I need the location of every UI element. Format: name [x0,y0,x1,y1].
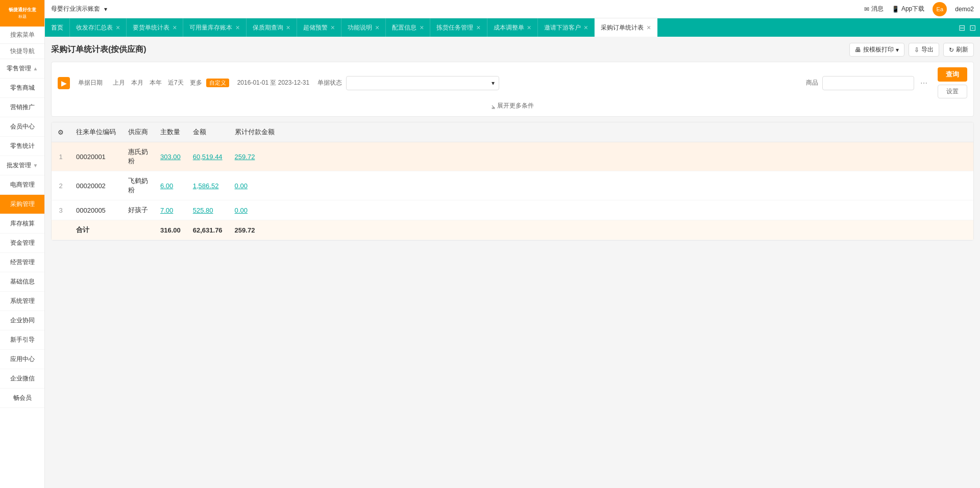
sidebar-item-purchase[interactable]: 采购管理 [0,195,44,214]
cell-paid[interactable]: 0.00 [229,171,281,200]
cell-paid[interactable]: 259.72 [229,142,281,171]
sidebar-item-label: 零售商城 [10,84,35,92]
tabbar-actions: ⊟ ⊡ [954,18,980,37]
query-button[interactable]: 查询 [938,67,967,82]
shortcut-more[interactable]: 更多 [188,78,204,88]
sidebar-item-wechat[interactable]: 企业微信 [0,369,44,389]
sidebar-quicknav[interactable]: 快捷导航 [0,44,44,59]
sidebar-item-retail-mall[interactable]: 零售商城 [0,79,44,98]
col-amount: 金额 [187,122,229,142]
sidebar-item-member[interactable]: 会员中心 [0,117,44,137]
goods-input[interactable] [822,76,914,90]
cell-extra [281,171,973,200]
footer-paid: 259.72 [229,220,281,240]
custom-date-badge[interactable]: 自定义 [206,79,229,87]
cell-amount[interactable]: 525.80 [187,200,229,220]
date-label: 单据日期 [78,79,103,87]
sidebar-search[interactable]: 搜索菜单 [0,27,44,44]
settings-icon[interactable]: ⚙ [58,129,64,136]
sidebar-item-ecommerce[interactable]: 电商管理 [0,175,44,195]
sidebar-item-retail-stat[interactable]: 零售统计 [0,137,44,156]
sidebar-item-marketing[interactable]: 营销推广 [0,98,44,117]
tab-inventory-ledger[interactable]: 可用量库存账本 × [183,18,246,37]
export-button[interactable]: ⇩ 导出 [909,43,939,57]
tab-close-icon[interactable]: × [375,24,379,31]
col-qty: 主数量 [154,122,187,142]
filter-toggle-button[interactable]: ▶ [58,77,70,89]
tab-order-stats[interactable]: 要货单统计表 × [127,18,183,37]
tab-function-desc[interactable]: 功能说明 × [341,18,386,37]
main-area: 母婴行业演示账套 ▾ ✉ 消息 📱 App下载 Ea demo2 首页 收发存汇… [45,0,980,488]
tab-close-icon[interactable]: × [420,24,424,31]
tab-close-icon[interactable]: × [584,24,588,31]
tab-config[interactable]: 配置信息 × [386,18,430,37]
tab-receipts-summary[interactable]: 收发存汇总表 × [70,18,127,37]
col-settings[interactable]: ⚙ [52,122,70,142]
settings-button[interactable]: 设置 [938,85,967,98]
tab-expiry[interactable]: 保质期查询 × [247,18,297,37]
cell-qty[interactable]: 6.00 [154,171,187,200]
tab-invite-customer[interactable]: 邀请下游客户 × [538,18,595,37]
tab-overstock[interactable]: 超储预警 × [297,18,341,37]
workspace-dropdown[interactable]: ▾ [104,6,107,13]
shortcut-7days[interactable]: 近7天 [166,78,186,88]
shortcut-this-month[interactable]: 本月 [129,78,145,88]
tab-cost-adjust[interactable]: 成本调整单 × [487,18,538,37]
cell-amount[interactable]: 1,586.52 [187,171,229,200]
cell-paid[interactable]: 0.00 [229,200,281,220]
sidebar-item-member2[interactable]: 畅会员 [0,389,44,408]
tab-picking[interactable]: 拣货任务管理 × [430,18,487,37]
table-header-row: ⚙ 往来单位编码 供应商 主数量 金额 累计付款金额 [52,122,973,142]
cell-qty[interactable]: 7.00 [154,200,187,220]
tab-close-icon[interactable]: × [527,24,531,31]
shortcut-this-year[interactable]: 本年 [148,78,164,88]
sidebar-item-capital[interactable]: 资金管理 [0,234,44,253]
sidebar-item-newbie[interactable]: 新手引导 [0,330,44,350]
expand-more-button[interactable]: ⦥ 展开更多条件 [492,101,534,110]
refresh-button[interactable]: ↻ 刷新 [943,43,974,57]
sidebar-item-basic-info[interactable]: 基础信息 [0,272,44,292]
maximize-icon[interactable]: ⊡ [969,23,976,33]
filter-panel: ▶ 单据日期 上月 本月 本年 近7天 更多 自定义 2016-01-01 至 … [51,62,974,117]
expand-icon: ⦥ [492,102,495,110]
sidebar-item-app-center[interactable]: 应用中心 [0,350,44,369]
tab-close-icon[interactable]: × [173,24,177,31]
sidebar-item-wholesale[interactable]: 批发管理 ▼ [0,156,44,175]
filter-row: ▶ 单据日期 上月 本月 本年 近7天 更多 自定义 2016-01-01 至 … [58,67,967,98]
template-print-button[interactable]: 🖶 按模板打印 ▾ [849,43,904,57]
sidebar-item-system[interactable]: 系统管理 [0,292,44,311]
sidebar-item-label: 资金管理 [10,239,35,247]
tab-close-icon[interactable]: × [286,24,290,31]
sidebar-item-retail-mgmt[interactable]: 零售管理 ▲ [0,59,44,79]
shortcut-last-month[interactable]: 上月 [111,78,127,88]
goods-filter-group: 商品 ⋯ [806,76,929,90]
sidebar-logo-text: 畅捷通好生意标题 [9,7,36,19]
sidebar-item-label: 电商管理 [10,181,35,189]
date-shortcuts: 上月 本月 本年 近7天 更多 自定义 [111,78,229,88]
export-icon: ⇩ [914,46,919,54]
sidebar-item-operations[interactable]: 经营管理 [0,253,44,272]
sidebar-item-inventory[interactable]: 库存核算 [0,214,44,234]
tab-label: 保质期查询 [253,23,283,32]
avatar[interactable]: Ea [933,2,947,16]
tab-close-icon[interactable]: × [331,24,335,31]
cell-amount[interactable]: 60,519.44 [187,142,229,171]
topbar: 母婴行业演示账套 ▾ ✉ 消息 📱 App下载 Ea demo2 [45,0,980,18]
tab-close-icon[interactable]: × [476,24,480,31]
tab-close-icon[interactable]: × [235,24,239,31]
cell-seq: 2 [52,171,70,200]
sidebar-item-collab[interactable]: 企业协同 [0,311,44,330]
app-download-button[interactable]: 📱 App下载 [892,5,924,13]
close-window-icon[interactable]: ⊟ [959,23,965,33]
refresh-icon: ↻ [949,46,954,54]
status-select[interactable]: ▾ [346,76,499,90]
table-row: 1 00020001 惠氏奶粉 303.00 60,519.44 259.72 [52,142,973,171]
tab-close-icon[interactable]: × [116,24,120,31]
cell-qty[interactable]: 303.00 [154,142,187,171]
message-button[interactable]: ✉ 消息 [864,5,884,13]
tab-purchase-order-stats[interactable]: 采购订单统计表 × [595,18,657,37]
tab-close-active-icon[interactable]: × [647,24,651,31]
username-label[interactable]: demo2 [955,6,974,13]
tab-home[interactable]: 首页 [45,18,70,37]
more-filters-icon[interactable]: ⋯ [918,79,929,87]
